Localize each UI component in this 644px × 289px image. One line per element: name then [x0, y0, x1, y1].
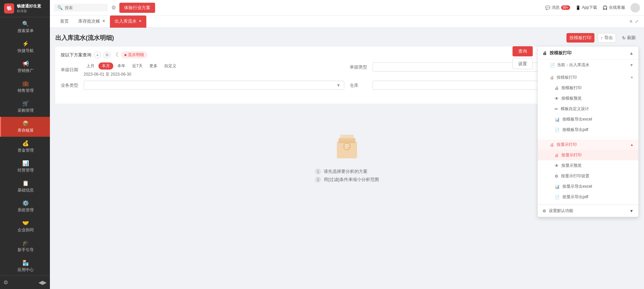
- date-this-year[interactable]: 本年: [115, 62, 128, 70]
- template-print-item-icon: 🖨: [555, 86, 559, 90]
- tab-home[interactable]: 首页: [55, 16, 74, 28]
- online-service-btn[interactable]: 🎧 在线客服: [603, 5, 625, 10]
- tab-expand-icon[interactable]: ⤢: [635, 19, 639, 24]
- empty-steps: 1 请先选择要分析的方案 2 用[过滤]条件来缩小分析范围: [315, 168, 379, 185]
- display-excel-icon: 📊: [555, 184, 560, 189]
- tab-batch-ledger-label: 库存批次账: [78, 18, 100, 24]
- sidebar-item-operations[interactable]: 📊 经营管理: [0, 157, 50, 177]
- refresh-btn[interactable]: ↻ 刷新: [619, 33, 639, 42]
- settings-bottom-icon[interactable]: ⚙: [3, 279, 8, 286]
- warehouse-label: 仓库: [350, 82, 370, 88]
- template-print-item[interactable]: 🖨 按模板打印: [538, 83, 638, 93]
- date-shortcuts: 上月 本月 本年 近7天 更多 自定义: [84, 62, 179, 70]
- sidebar-item-app-center[interactable]: 🏪 应用中心: [0, 256, 50, 275]
- query-btn[interactable]: 查询: [513, 46, 533, 56]
- date-custom[interactable]: 自定义: [162, 62, 179, 70]
- sidebar-item-inventory[interactable]: 📦 库存核算: [0, 117, 50, 137]
- sidebar-item-label: 采购管理: [18, 108, 34, 113]
- date-field: 单据日期 上月 本月 本年 近7天 更多 自定义 2023-06-01 至 20…: [61, 62, 344, 77]
- sidebar-item-label: 快捷导航: [18, 48, 34, 54]
- template-print-section: 🖨 按模板打印 ▼ 🖨 按模板打印 👁 按模板预览 ✏ 模板自定义设计: [538, 70, 638, 137]
- sidebar-item-basic-info[interactable]: 📋 基础信息: [0, 177, 50, 196]
- tab-flow-close[interactable]: ✕: [139, 19, 142, 23]
- date-7days[interactable]: 近7天: [129, 62, 145, 70]
- sidebar-item-enterprise[interactable]: 🤝 企业协同: [0, 216, 50, 236]
- date-more[interactable]: 更多: [147, 62, 160, 70]
- sidebar-item-purchase[interactable]: 🛒 采购管理: [0, 97, 50, 117]
- sidebar-item-marketing[interactable]: 📢 营销推广: [0, 57, 50, 77]
- search-input[interactable]: [65, 5, 98, 10]
- biz-type-field: 业务类型 ▼: [61, 81, 344, 90]
- biz-type-chevron-icon: ▼: [336, 83, 341, 88]
- filter-settings-btn[interactable]: ⚙: [104, 52, 110, 58]
- empty-illustration: [330, 128, 364, 162]
- logo-icon: 畅: [4, 3, 14, 14]
- basic-info-icon: 📋: [22, 180, 29, 186]
- quick-nav-icon: ⚡: [22, 41, 29, 47]
- sidebar-item-system[interactable]: ⚙️ 系统管理: [0, 196, 50, 216]
- date-this-month[interactable]: 本月: [98, 62, 113, 70]
- date-last-month[interactable]: 上月: [84, 62, 97, 70]
- template-export-pdf-item[interactable]: 📄 按模板导出pdf: [538, 125, 638, 135]
- template-preview-item[interactable]: 👁 按模板预览: [538, 93, 638, 104]
- tab-flow-label: 出入库流水: [115, 18, 137, 24]
- tab-batch-ledger[interactable]: 库存批次账 ✕: [74, 16, 110, 28]
- template-custom-item[interactable]: ✏ 模板自定义设计: [538, 104, 638, 114]
- sidebar-item-search-menu[interactable]: 🔍 搜索菜单: [0, 17, 50, 37]
- filter-header-label: 按以下方案查询: [61, 52, 91, 58]
- tab-batch-ledger-close[interactable]: ✕: [102, 19, 105, 23]
- avatar[interactable]: [631, 3, 640, 12]
- display-preview-item[interactable]: 👁 按显示预览: [538, 160, 638, 171]
- print-btn[interactable]: 按模板打印: [566, 33, 594, 43]
- display-print-settings-item[interactable]: ⚙ 按显示打印设置: [538, 171, 638, 181]
- filter-add-btn[interactable]: +: [94, 52, 101, 58]
- marketing-icon: 📢: [22, 60, 29, 67]
- tab-close-all-icon[interactable]: ✕: [629, 19, 633, 24]
- tab-home-label: 首页: [60, 18, 69, 24]
- display-export-pdf-item[interactable]: 📄 按显示导出pdf: [538, 192, 638, 202]
- gear-icon[interactable]: ⚙: [111, 4, 116, 11]
- topbar: 🔍 ⚙ 体验行业方案 💬 消息 99+ 📱 App下载 🎧 在线客服: [50, 0, 644, 16]
- export-btn[interactable]: ↑ 导出: [598, 33, 616, 43]
- main-area: 🔍 ⚙ 体验行业方案 💬 消息 99+ 📱 App下载 🎧 在线客服 首页: [50, 0, 644, 289]
- sidebar-item-quick-nav[interactable]: ⚡ 快捷导航: [0, 37, 50, 57]
- display-export-excel-item[interactable]: 📊 按显示导出excel: [538, 181, 638, 192]
- sidebar-logo: 畅 畅捷通好生意 标准版: [0, 0, 50, 17]
- query-btn-area: 查询 设置: [513, 46, 533, 69]
- sidebar-item-label: 新手引导: [18, 247, 34, 253]
- app-download-btn[interactable]: 📱 App下载: [576, 5, 597, 10]
- display-settings-icon: ⚙: [555, 174, 558, 179]
- content-area: 出入库流水(流水明细) 按模板打印 ↑ 导出 ↻ 刷新 按以下方案查询 + ⚙ …: [50, 28, 644, 289]
- industry-btn[interactable]: 体验行业方案: [119, 3, 155, 13]
- display-print-label: 按显示打印: [557, 142, 577, 148]
- dropdown-footer[interactable]: ⚙ 设置默认功能 ▼: [538, 205, 638, 217]
- sidebar-item-guide[interactable]: 🎓 新手引导: [0, 236, 50, 256]
- refresh-icon: ↻: [622, 35, 626, 41]
- filter-settings-btn-right[interactable]: 设置: [513, 58, 533, 69]
- search-menu-icon: 🔍: [22, 21, 29, 27]
- template-print-header[interactable]: 🖨 按模板打印 ▼: [538, 72, 638, 83]
- message-btn[interactable]: 💬 消息 99+: [545, 5, 570, 10]
- topbar-search[interactable]: 🔍: [54, 4, 108, 11]
- dropdown-chevron-up-icon[interactable]: ▲: [629, 51, 634, 56]
- tab-flow[interactable]: 出入库流水 ✕: [110, 16, 146, 28]
- filter-collapse-toggle[interactable]: 《: [113, 51, 118, 58]
- step-2-text: 用[过滤]条件来缩小分析范围: [324, 177, 379, 183]
- biz-type-select[interactable]: ▼: [84, 81, 344, 90]
- sidebar-item-label: 销售管理: [18, 88, 34, 94]
- template-export-excel-item[interactable]: 📊 按模板导出excel: [538, 114, 638, 125]
- sidebar-item-label: 应用中心: [18, 267, 34, 273]
- sidebar-item-sales[interactable]: 💼 销售管理: [0, 77, 50, 97]
- collapse-sidebar-icon[interactable]: ◀▶: [38, 279, 47, 286]
- display-print-header[interactable]: 🖨 按显示打印 ▲: [538, 139, 638, 150]
- logo-text: 畅捷通好生意 标准版: [17, 4, 41, 14]
- logo-sub-text: 标准版: [17, 9, 41, 13]
- sidebar-item-finance[interactable]: 💰 资金管理: [0, 137, 50, 157]
- template-section-chevron-icon: ▼: [630, 76, 634, 79]
- display-print-item[interactable]: 🖨 按显示打印: [538, 150, 638, 160]
- filter-tag-dot: [124, 54, 126, 56]
- app-icon: 📱: [576, 5, 581, 10]
- sidebar-nav: 🔍 搜索菜单 ⚡ 快捷导航 📢 营销推广 💼 销售管理 🛒 采购管理 📦 库存核…: [0, 17, 50, 275]
- sidebar-item-label: 资金管理: [18, 148, 34, 153]
- doc-type-label: 单据类型: [350, 64, 370, 70]
